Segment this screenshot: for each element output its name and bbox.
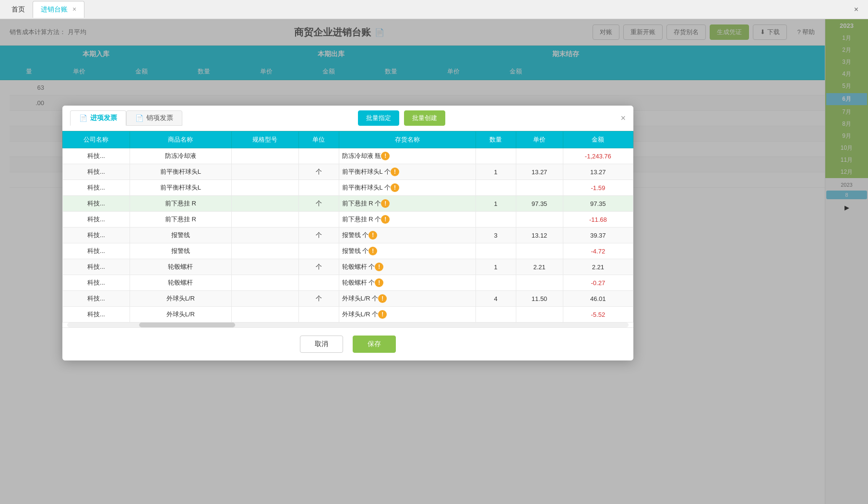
warning-icon: ! xyxy=(378,310,387,319)
cell-company: 科技... xyxy=(63,259,130,275)
cell-amount: -1.59 xyxy=(563,180,633,196)
table-row[interactable]: 科技...报警线个报警线 个!313.1239.37 xyxy=(63,228,633,243)
cell-company: 科技... xyxy=(63,228,130,243)
cell-qty xyxy=(476,275,516,291)
cell-product: 防冻冷却液 xyxy=(130,148,231,164)
cell-price xyxy=(516,148,563,164)
table-row[interactable]: 科技...外球头L/R个外球头L/R 个!411.5046.01 xyxy=(63,291,633,307)
table-row[interactable]: 科技...轮毂螺杆轮毂螺杆 个!-0.27 xyxy=(63,275,633,291)
th-spec: 规格型号 xyxy=(231,132,298,148)
cell-spec xyxy=(231,148,298,164)
batch-create-button[interactable]: 批量创建 xyxy=(404,110,445,126)
dialog-table-area[interactable]: 公司名称 商品名称 规格型号 单位 存货名称 数量 单价 金额 科技...防冻冷… xyxy=(62,131,633,323)
cell-spec xyxy=(231,212,298,228)
warning-icon: ! xyxy=(378,294,387,303)
tab-close-icon[interactable]: × xyxy=(72,5,76,13)
cell-unit: 个 xyxy=(298,228,339,243)
cell-amount: 13.27 xyxy=(563,164,633,180)
table-row[interactable]: 科技...前下悬挂 R个前下悬挂 R 个!197.3597.35 xyxy=(63,196,633,212)
invoice-in-icon: 📄 xyxy=(79,114,87,122)
warning-icon: ! xyxy=(369,231,377,240)
cell-unit xyxy=(298,307,339,323)
warning-icon: ! xyxy=(369,247,377,255)
cell-price xyxy=(516,212,563,228)
cell-inventory: 外球头L/R 个! xyxy=(339,307,476,323)
cell-qty: 3 xyxy=(476,228,516,243)
cancel-button[interactable]: 取消 xyxy=(300,336,343,353)
cell-amount: -4.72 xyxy=(563,243,633,259)
cell-unit: 个 xyxy=(298,259,339,275)
tab-home[interactable]: 首页 xyxy=(4,1,33,18)
save-button[interactable]: 保存 xyxy=(353,336,396,353)
cell-price: 97.35 xyxy=(516,196,563,212)
cell-spec xyxy=(231,164,298,180)
batch-assign-button[interactable]: 批量指定 xyxy=(358,110,399,126)
dialog-close-button[interactable]: × xyxy=(620,114,626,122)
main-area: 销售成本计算方法： 月平均 商贸企业进销台账 📄 对账 重新开账 存货别名 生成… xyxy=(0,19,868,504)
cell-amount: 2.21 xyxy=(563,259,633,275)
invoice-table: 公司名称 商品名称 规格型号 单位 存货名称 数量 单价 金额 科技...防冻冷… xyxy=(62,131,633,323)
table-row[interactable]: 科技...轮毂螺杆个轮毂螺杆 个!12.212.21 xyxy=(63,259,633,275)
tab-purchase-invoice[interactable]: 📄 进项发票 xyxy=(70,110,126,126)
cell-spec xyxy=(231,228,298,243)
cell-inventory: 轮毂螺杆 个! xyxy=(339,275,476,291)
dialog: 📄 进项发票 📄 销项发票 批量指定 批量创建 × 公司名称 xyxy=(62,106,633,360)
tab-bar: 首页 进销台账 × × xyxy=(0,0,868,19)
cell-amount: 97.35 xyxy=(563,196,633,212)
warning-icon: ! xyxy=(375,278,383,287)
th-amount: 金额 xyxy=(563,132,633,148)
cell-company: 科技... xyxy=(63,196,130,212)
cell-price: 2.21 xyxy=(516,259,563,275)
dialog-tabs: 📄 进项发票 📄 销项发票 xyxy=(70,110,182,126)
cell-company: 科技... xyxy=(63,291,130,307)
tab-ledger[interactable]: 进销台账 × xyxy=(33,1,84,18)
th-unit: 单位 xyxy=(298,132,339,148)
cell-qty xyxy=(476,180,516,196)
cell-company: 科技... xyxy=(63,275,130,291)
cell-qty xyxy=(476,212,516,228)
cell-product: 外球头L/R xyxy=(130,291,231,307)
cell-spec xyxy=(231,196,298,212)
warning-icon: ! xyxy=(381,152,390,160)
dialog-header-buttons: 批量指定 批量创建 xyxy=(358,110,445,126)
table-row[interactable]: 科技...前平衡杆球头L个前平衡杆球头L 个!113.2713.27 xyxy=(63,164,633,180)
cell-inventory: 防冻冷却液 瓶! xyxy=(339,148,476,164)
cell-price xyxy=(516,243,563,259)
cell-spec xyxy=(231,307,298,323)
th-product: 商品名称 xyxy=(130,132,231,148)
cell-inventory: 轮毂螺杆 个! xyxy=(339,259,476,275)
cell-product: 前平衡杆球头L xyxy=(130,180,231,196)
cell-qty: 4 xyxy=(476,291,516,307)
cell-amount: -5.52 xyxy=(563,307,633,323)
cell-unit xyxy=(298,212,339,228)
cell-product: 报警线 xyxy=(130,228,231,243)
cell-company: 科技... xyxy=(63,212,130,228)
cell-spec xyxy=(231,291,298,307)
table-row[interactable]: 科技...前平衡杆球头L前平衡杆球头L 个!-1.59 xyxy=(63,180,633,196)
dialog-header: 📄 进项发票 📄 销项发票 批量指定 批量创建 × xyxy=(62,106,633,131)
cell-company: 科技... xyxy=(63,243,130,259)
table-row[interactable]: 科技...报警线报警线 个!-4.72 xyxy=(63,243,633,259)
cell-unit xyxy=(298,180,339,196)
cell-product: 报警线 xyxy=(130,243,231,259)
cell-spec xyxy=(231,259,298,275)
table-row[interactable]: 科技...外球头L/R外球头L/R 个!-5.52 xyxy=(63,307,633,323)
cell-spec xyxy=(231,275,298,291)
cell-inventory: 前下悬挂 R 个! xyxy=(339,212,476,228)
cell-amount: 46.01 xyxy=(563,291,633,307)
warning-icon: ! xyxy=(391,183,399,192)
cell-company: 科技... xyxy=(63,180,130,196)
warning-icon: ! xyxy=(381,199,390,208)
cell-price xyxy=(516,275,563,291)
cell-inventory: 外球头L/R 个! xyxy=(339,291,476,307)
cell-inventory: 前平衡杆球头L 个! xyxy=(339,180,476,196)
cell-qty: 1 xyxy=(476,196,516,212)
cell-inventory: 报警线 个! xyxy=(339,228,476,243)
cell-unit: 个 xyxy=(298,164,339,180)
table-row[interactable]: 科技...前下悬挂 R前下悬挂 R 个!-11.68 xyxy=(63,212,633,228)
table-row[interactable]: 科技...防冻冷却液防冻冷却液 瓶!-1,243.76 xyxy=(63,148,633,164)
cell-product: 前下悬挂 R xyxy=(130,212,231,228)
window-close-button[interactable]: × xyxy=(848,3,864,16)
cell-qty: 1 xyxy=(476,259,516,275)
tab-sales-invoice[interactable]: 📄 销项发票 xyxy=(126,110,182,126)
